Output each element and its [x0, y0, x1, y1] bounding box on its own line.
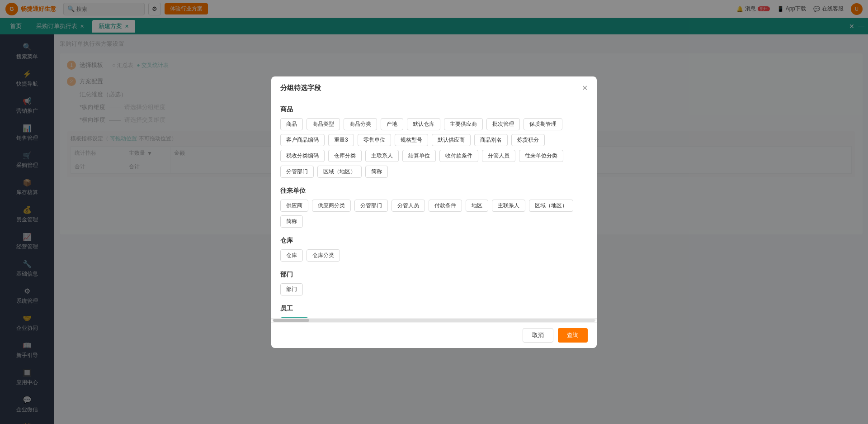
field-tag[interactable]: 仓库分类 [328, 150, 362, 162]
field-tag[interactable]: 税收分类编码 [280, 150, 325, 162]
field-tag[interactable]: 规格型号 [395, 134, 428, 146]
field-tag[interactable]: 部门 [280, 283, 303, 295]
confirm-button[interactable]: 查询 [558, 328, 588, 343]
field-tag[interactable]: 分管人员 [482, 150, 515, 162]
field-tag[interactable]: 地区 [466, 200, 488, 212]
field-list-warehouse: 仓库 仓库分类 [280, 249, 588, 262]
field-section-warehouse: 仓库 仓库 仓库分类 [280, 237, 588, 262]
field-tag[interactable]: 主联系人 [492, 200, 525, 212]
modal-close-button[interactable]: ✕ [582, 84, 588, 92]
section-title-warehouse: 仓库 [280, 237, 588, 245]
field-section-department: 部门 部门 [280, 271, 588, 295]
field-tag[interactable]: 仓库 [280, 249, 303, 262]
field-tag[interactable]: 简称 [365, 166, 388, 178]
field-tag[interactable]: 零售单位 [358, 134, 391, 146]
field-list-product: 商品 商品类型 商品分类 产地 默认仓库 主要供应商 批次管理 保质期管理 客户… [280, 118, 588, 178]
cancel-button[interactable]: 取消 [523, 328, 553, 343]
field-tag[interactable]: 批次管理 [486, 118, 520, 130]
modal-title: 分组待选字段 [280, 84, 321, 92]
field-selector-modal: 分组待选字段 ✕ 商品 商品 商品类型 商品分类 产地 默认仓库 主要供应商 批… [271, 76, 597, 348]
field-tag[interactable]: 分管部门 [354, 200, 388, 212]
field-section-partner: 往来单位 供应商 供应商分类 分管部门 分管人员 付款条件 地区 主联系人 区域… [280, 187, 588, 228]
field-tag[interactable]: 炼货积分 [511, 134, 545, 146]
field-tag[interactable]: 商品类型 [307, 118, 340, 130]
field-section-employee: 员工 业务员 [280, 305, 588, 318]
field-tag[interactable]: 商品 [280, 118, 303, 130]
modal-horizontal-scrollbar[interactable] [271, 318, 597, 322]
hscroll-track [273, 319, 595, 322]
field-tag[interactable]: 客户商品编码 [280, 134, 325, 146]
field-tag[interactable]: 供应商 [280, 200, 308, 212]
field-tag[interactable]: 区域（地区） [529, 200, 573, 212]
section-title-product: 商品 [280, 105, 588, 114]
field-tag[interactable]: 商品分类 [344, 118, 377, 130]
field-tag[interactable]: 产地 [381, 118, 403, 130]
modal-body[interactable]: 商品 商品 商品类型 商品分类 产地 默认仓库 主要供应商 批次管理 保质期管理… [271, 98, 597, 318]
field-tag[interactable]: 主联系人 [365, 150, 399, 162]
field-list-partner: 供应商 供应商分类 分管部门 分管人员 付款条件 地区 主联系人 区域（地区） … [280, 200, 588, 228]
field-tag[interactable]: 默认仓库 [407, 118, 440, 130]
field-tag[interactable]: 默认供应商 [432, 134, 471, 146]
modal-footer: 取消 查询 [271, 322, 597, 348]
field-tag[interactable]: 结算单位 [402, 150, 436, 162]
section-title-department: 部门 [280, 271, 588, 279]
section-title-partner: 往来单位 [280, 187, 588, 195]
field-tag[interactable]: 付款条件 [429, 200, 462, 212]
hscroll-thumb[interactable] [273, 319, 309, 322]
section-title-employee: 员工 [280, 305, 588, 313]
field-tag[interactable]: 分管部门 [280, 166, 314, 178]
field-section-product: 商品 商品 商品类型 商品分类 产地 默认仓库 主要供应商 批次管理 保质期管理… [280, 105, 588, 178]
field-tag[interactable]: 仓库分类 [307, 249, 340, 262]
field-tag[interactable]: 区域（地区） [317, 166, 362, 178]
field-tag[interactable]: 分管人员 [392, 200, 425, 212]
field-tag[interactable]: 供应商分类 [312, 200, 351, 212]
field-tag[interactable]: 商品别名 [474, 134, 508, 146]
field-tag[interactable]: 简称 [280, 215, 303, 228]
modal-overlay: 分组待选字段 ✕ 商品 商品 商品类型 商品分类 产地 默认仓库 主要供应商 批… [0, 0, 868, 424]
modal-header: 分组待选字段 ✕ [271, 76, 597, 98]
field-tag[interactable]: 保质期管理 [524, 118, 562, 130]
field-tag[interactable]: 收付款条件 [439, 150, 478, 162]
field-tag[interactable]: 重量3 [328, 134, 354, 146]
field-tag[interactable]: 往来单位分类 [519, 150, 563, 162]
field-list-department: 部门 [280, 283, 588, 295]
field-tag[interactable]: 主要供应商 [444, 118, 483, 130]
